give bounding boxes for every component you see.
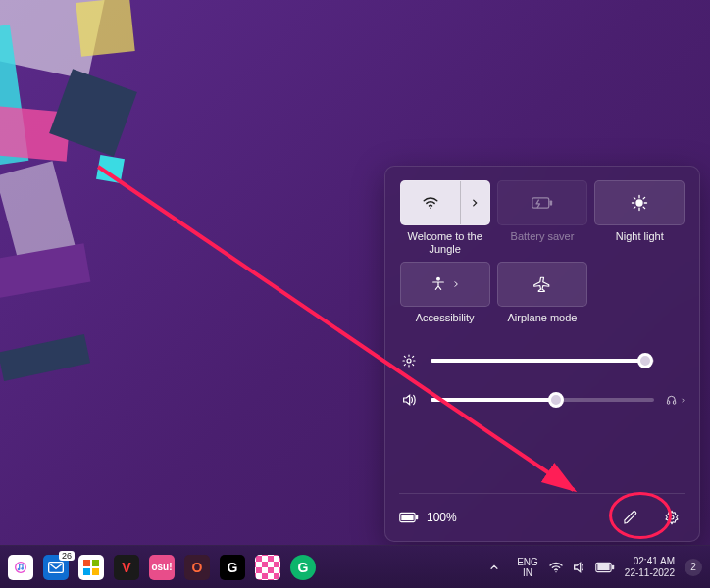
battery-icon bbox=[595, 562, 615, 573]
quick-settings-panel: Welcome to the Jungle Battery saver Nigh… bbox=[384, 166, 700, 542]
svg-point-15 bbox=[18, 567, 21, 570]
language-indicator[interactable]: ENG IN bbox=[517, 557, 538, 578]
wifi-label: Welcome to the Jungle bbox=[399, 230, 490, 256]
mail-badge: 26 bbox=[59, 551, 75, 561]
svg-rect-17 bbox=[49, 562, 64, 572]
night-light-label: Night light bbox=[616, 230, 664, 256]
wifi-icon bbox=[401, 181, 460, 224]
svg-rect-20 bbox=[83, 568, 90, 575]
svg-point-11 bbox=[670, 515, 674, 519]
quick-settings-tiles: Welcome to the Jungle Battery saver Nigh… bbox=[399, 180, 685, 337]
pencil-icon bbox=[623, 510, 638, 525]
notification-count: 2 bbox=[690, 562, 696, 572]
clock-date: 22-11-2022 bbox=[625, 567, 675, 579]
taskbar-system-tray: ENG IN 02:41 AM 22-11-2022 2 bbox=[482, 555, 702, 580]
svg-point-16 bbox=[21, 567, 24, 570]
chevron-up-icon bbox=[489, 563, 499, 572]
accessibility-label: Accessibility bbox=[416, 312, 475, 337]
svg-rect-6 bbox=[667, 401, 669, 404]
svg-rect-9 bbox=[401, 514, 413, 520]
accessibility-tile[interactable] bbox=[400, 262, 490, 307]
wifi-expand-button[interactable] bbox=[460, 181, 489, 224]
svg-rect-7 bbox=[673, 401, 675, 404]
svg-rect-21 bbox=[92, 568, 99, 575]
battery-saver-label: Battery saver bbox=[511, 230, 575, 256]
wallpaper-art bbox=[0, 0, 255, 353]
taskbar-app-mail[interactable]: 26 bbox=[43, 555, 69, 580]
wifi-tile[interactable] bbox=[400, 180, 490, 225]
quick-settings-footer: 100% bbox=[399, 493, 685, 531]
svg-point-0 bbox=[430, 208, 431, 210]
taskbar-app-msstore[interactable] bbox=[78, 555, 104, 580]
gear-icon bbox=[664, 510, 680, 525]
battery-percent-text: 100% bbox=[427, 511, 457, 524]
chevron-right-icon bbox=[452, 280, 460, 288]
edit-quick-settings-button[interactable] bbox=[617, 504, 644, 531]
taskbar-pinned-apps: 26 V osu! O G G bbox=[8, 555, 316, 580]
audio-output-button[interactable] bbox=[666, 392, 685, 408]
taskbar-app-grammarly[interactable]: G bbox=[290, 555, 316, 580]
brightness-track[interactable] bbox=[431, 359, 654, 363]
brightness-icon bbox=[399, 353, 419, 368]
svg-rect-10 bbox=[416, 515, 418, 520]
battery-icon bbox=[399, 512, 419, 523]
battery-saver-tile bbox=[497, 180, 587, 225]
headphones-icon bbox=[666, 392, 677, 408]
taskbar: 26 V osu! O G G ENG IN 02:41 AM 22-11-20… bbox=[0, 545, 710, 588]
night-light-tile[interactable] bbox=[594, 180, 685, 225]
svg-rect-25 bbox=[612, 564, 614, 569]
airplane-mode-tile[interactable] bbox=[497, 262, 587, 307]
airplane-mode-label: Airplane mode bbox=[508, 312, 578, 337]
svg-point-22 bbox=[555, 571, 556, 572]
svg-rect-1 bbox=[532, 198, 549, 208]
notification-center-button[interactable]: 2 bbox=[685, 559, 702, 576]
battery-saver-icon bbox=[532, 196, 553, 210]
svg-point-3 bbox=[636, 200, 642, 206]
taskbar-app-itunes[interactable] bbox=[8, 555, 33, 580]
accessibility-icon bbox=[431, 276, 446, 292]
taskbar-app-office[interactable]: O bbox=[184, 555, 210, 580]
volume-track[interactable] bbox=[431, 398, 654, 402]
svg-rect-19 bbox=[92, 560, 99, 566]
svg-point-5 bbox=[407, 359, 411, 363]
tray-overflow-button[interactable] bbox=[482, 555, 507, 580]
taskbar-app-checker[interactable] bbox=[255, 555, 280, 580]
settings-button[interactable] bbox=[658, 504, 685, 531]
sliders-area bbox=[399, 353, 685, 408]
night-light-icon bbox=[631, 194, 648, 212]
brightness-thumb[interactable] bbox=[637, 353, 653, 368]
taskbar-app-osu[interactable]: osu! bbox=[149, 555, 175, 580]
svg-point-4 bbox=[436, 277, 439, 280]
volume-icon bbox=[399, 392, 419, 408]
language-line1: ENG bbox=[517, 557, 538, 567]
svg-rect-18 bbox=[83, 560, 90, 566]
taskbar-app-logitech[interactable]: G bbox=[220, 555, 245, 580]
airplane-icon bbox=[533, 275, 551, 293]
battery-status[interactable]: 100% bbox=[399, 511, 457, 524]
chevron-right-icon bbox=[681, 397, 685, 404]
volume-icon bbox=[572, 560, 587, 575]
volume-slider[interactable] bbox=[399, 392, 685, 408]
chevron-right-icon bbox=[470, 198, 480, 208]
svg-rect-24 bbox=[597, 564, 609, 569]
volume-thumb[interactable] bbox=[548, 392, 564, 408]
taskbar-app-valorant[interactable]: V bbox=[114, 555, 139, 580]
language-line2: IN bbox=[517, 567, 538, 578]
wifi-icon bbox=[548, 560, 564, 575]
svg-rect-2 bbox=[550, 200, 553, 205]
taskbar-clock[interactable]: 02:41 AM 22-11-2022 bbox=[625, 556, 675, 579]
brightness-slider[interactable] bbox=[399, 353, 685, 368]
tray-status-icons[interactable] bbox=[548, 560, 615, 575]
mail-icon bbox=[48, 562, 64, 573]
clock-time: 02:41 AM bbox=[625, 556, 675, 567]
